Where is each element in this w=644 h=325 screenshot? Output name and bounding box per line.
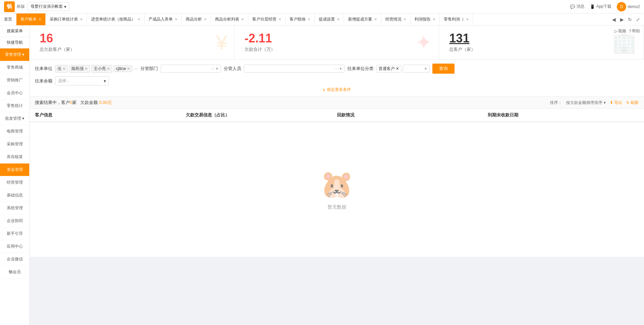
- message-button[interactable]: 💬 消息: [570, 4, 585, 9]
- balance-select[interactable]: 选择... ▾: [55, 76, 109, 85]
- sidebar-item-purchase[interactable]: 采购管理: [0, 138, 29, 151]
- sidebar-item-app-center[interactable]: 应用中心: [0, 240, 29, 253]
- export-icon: ⬆: [610, 100, 613, 105]
- sidebar-item-marketing[interactable]: 营销推广: [0, 74, 29, 87]
- tab-operation[interactable]: 经营情况 ✕: [381, 13, 411, 25]
- close-icon[interactable]: ✕: [374, 17, 377, 21]
- nav-expand-button[interactable]: ⤢: [635, 16, 641, 23]
- sidebar-item-enterprise[interactable]: 企业协同: [0, 215, 29, 227]
- remove-tag-2[interactable]: ✕: [85, 67, 88, 71]
- close-icon[interactable]: ✕: [80, 17, 83, 21]
- close-icon[interactable]: ✕: [137, 17, 140, 21]
- sidebar-item-wechat[interactable]: 企业微信: [0, 253, 29, 266]
- tab-commission-setting[interactable]: 提成设置 ✕: [315, 13, 344, 25]
- close-icon[interactable]: ✕: [433, 17, 435, 21]
- query-button[interactable]: 查询: [432, 64, 455, 74]
- sidebar-quick-nav[interactable]: 快捷导航: [0, 37, 29, 48]
- tab-purchase-order[interactable]: 采购订单统计表 ✕: [46, 13, 87, 25]
- close-icon[interactable]: ✕: [278, 17, 281, 21]
- sidebar-item-retail-mall[interactable]: 零售商城: [0, 61, 29, 74]
- close-icon[interactable]: ✕: [466, 17, 469, 21]
- balance-label: 往来余额: [35, 78, 52, 84]
- help-button[interactable]: ? 帮助: [629, 28, 640, 34]
- close-icon[interactable]: ✕: [241, 17, 244, 21]
- col-debt-info: 欠款交易信息（占比）: [186, 112, 337, 118]
- refresh-label: 刷新: [631, 100, 639, 106]
- close-icon[interactable]: ✕: [337, 17, 340, 21]
- sidebar-item-retail-stat[interactable]: 零售统计: [0, 100, 29, 112]
- unit-tag-1: 伍 ✕: [55, 65, 68, 73]
- search-actions: 排序： 按欠款金额倒序排序 ▾ ⬆ 导出 ↻ 刷新: [550, 100, 639, 106]
- sort-value: 按欠款金额倒序排序: [566, 100, 602, 106]
- close-icon[interactable]: ✕: [403, 17, 406, 21]
- tab-profit-report[interactable]: 利润报告 ✕: [411, 13, 440, 25]
- tab-customer-ledger[interactable]: 客户账本 ✕: [16, 13, 46, 25]
- empty-text: 暂无数据: [328, 204, 346, 210]
- sidebar-item-member[interactable]: 畅会员: [0, 266, 29, 279]
- unit-tags: 伍 ✕ 陈民强 ✕ 王小亮 ✕ cjttcw ✕ ···: [55, 65, 138, 73]
- export-button[interactable]: ⬆ 导出: [610, 100, 622, 106]
- org-selector[interactable]: 母婴行业演示帐套 ▾: [28, 2, 69, 11]
- tab-retail-profit[interactable]: 零售利润（ ✕: [440, 13, 473, 25]
- sidebar-item-retail-mgmt[interactable]: 零售管理 ▾: [0, 48, 29, 61]
- person-dots[interactable]: ···: [335, 66, 338, 71]
- category-label: 往来单位分类: [347, 66, 374, 72]
- tab-goods-analysis[interactable]: 商品分析 ✕: [182, 13, 211, 25]
- dept-dots[interactable]: ···: [211, 66, 215, 71]
- remove-tag-3[interactable]: ✕: [107, 67, 110, 71]
- close-icon[interactable]: ✕: [39, 17, 41, 21]
- sidebar-search[interactable]: 搜索菜单: [0, 26, 29, 37]
- collapse-button[interactable]: ∧ 收起更多条件: [35, 87, 639, 93]
- tab-product-inbound[interactable]: 产成品入库单 ✕: [144, 13, 182, 25]
- category-dropdown[interactable]: ▾: [403, 65, 430, 73]
- sidebar-item-inventory[interactable]: 库存核算: [0, 151, 29, 164]
- sidebar-item-finance[interactable]: 资金管理: [0, 164, 29, 176]
- sidebar-item-operation-mgmt[interactable]: 经营管理: [0, 176, 29, 189]
- stats-help: ▷ 视频 ? 帮助: [614, 28, 640, 34]
- remove-tag-4[interactable]: ✕: [127, 67, 130, 71]
- close-icon[interactable]: ✕: [204, 17, 207, 21]
- sort-select[interactable]: 按欠款金额倒序排序 ▾: [566, 100, 606, 106]
- sidebar-item-wholesale[interactable]: 批发管理 ▾: [0, 112, 29, 125]
- tab-goods-list[interactable]: 商品分析列表 ✕: [211, 13, 248, 25]
- close-icon[interactable]: ✕: [308, 17, 310, 21]
- tab-customer-contact[interactable]: 客户联络 ✕: [286, 13, 315, 25]
- col-customer: 客户信息: [35, 112, 186, 118]
- filter-row-2: 往来余额 选择... ▾: [35, 76, 639, 85]
- app-download-button[interactable]: 📱 App下载: [590, 4, 611, 9]
- sidebar-item-ecommerce[interactable]: 电商管理: [0, 125, 29, 138]
- stat-total-label: 总客户（家）: [449, 46, 475, 52]
- stats-header: ¥ 16 总欠款客户（家） ✦ -2.11 欠款合计（万） 🏢 131 总客户（…: [30, 26, 644, 60]
- filter-area: 往来单位 伍 ✕ 陈民强 ✕ 王小亮 ✕ cjttcw: [30, 60, 644, 97]
- user-area[interactable]: D demo2: [617, 2, 640, 11]
- stat-debt-value: -2.11: [245, 32, 272, 44]
- collapse-label: 收起更多条件: [327, 87, 351, 93]
- nav-refresh-button[interactable]: ↻: [627, 16, 633, 23]
- remove-category-tag[interactable]: ✕: [396, 66, 399, 71]
- dept-chevron-icon: ▾: [216, 66, 218, 71]
- nav-left-button[interactable]: ◀: [610, 16, 617, 23]
- tab-add-commission[interactable]: 新增提成方案 ✕: [344, 13, 381, 25]
- close-icon[interactable]: ✕: [175, 17, 177, 21]
- filter-row-1: 往来单位 伍 ✕ 陈民强 ✕ 王小亮 ✕ cjttcw: [35, 64, 639, 74]
- unit-tag-2: 陈民强 ✕: [69, 65, 90, 73]
- remove-tag-1[interactable]: ✕: [62, 67, 66, 71]
- dept-select[interactable]: ··· ▾: [161, 65, 221, 73]
- stat-total-customers: 🏢 131 总客户（家）: [439, 26, 644, 59]
- category-chevron-icon: ▾: [425, 66, 427, 71]
- sidebar-item-basic-info[interactable]: 基础信息: [0, 189, 29, 202]
- nav-right-button[interactable]: ▶: [618, 16, 625, 23]
- sidebar-item-member-center[interactable]: 会员中心: [0, 87, 29, 100]
- person-select[interactable]: ··· ▾: [244, 65, 345, 73]
- sidebar-item-system[interactable]: 系统管理: [0, 202, 29, 215]
- tab-customer-layer[interactable]: 客户分层经营 ✕: [248, 13, 286, 25]
- tab-purchase-stat[interactable]: 进货单统计表（按商品） ✕: [87, 13, 144, 25]
- sidebar-item-guide[interactable]: 新手引导: [0, 227, 29, 240]
- more-tags-button[interactable]: ···: [134, 66, 138, 71]
- building-icon: 🏢: [612, 31, 637, 55]
- refresh-button[interactable]: ↻ 刷新: [626, 100, 639, 106]
- video-button[interactable]: ▷ 视频: [614, 28, 626, 34]
- result-count: 0: [70, 100, 72, 105]
- sort-label: 排序：: [550, 100, 562, 106]
- tab-home[interactable]: 首页: [0, 13, 16, 25]
